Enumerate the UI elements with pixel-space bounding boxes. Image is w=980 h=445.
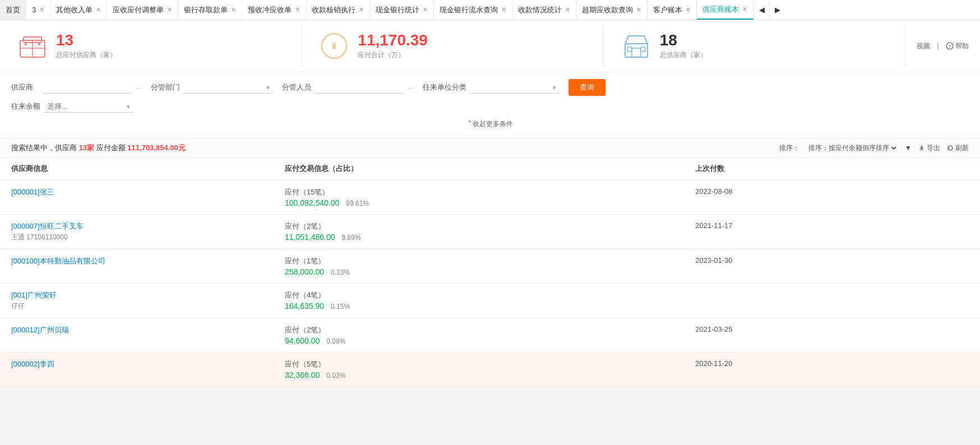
table-row[interactable]: [000001]张三 应付（15笔） 100,092,540.00 89.61%… xyxy=(0,180,980,215)
collapse-label: 收起更多条件 xyxy=(473,119,513,129)
supplier-info: [000002]李四 xyxy=(11,359,285,369)
nav-item-supplier[interactable]: 供应商账本 ✕ xyxy=(697,0,754,20)
table-row[interactable]: [000012]广州贝瑞 应付（2笔） 94,600.00 0.08% 2021… xyxy=(0,318,980,353)
stat-card-payable-suppliers: 13 总应付供应商（家） xyxy=(0,26,302,66)
table-header: 供应商信息 应付交易信息（占比） 上次付数 xyxy=(0,158,980,180)
tx-label: 应付（2笔） xyxy=(285,325,695,335)
close-icon[interactable]: ✕ xyxy=(636,6,641,13)
filter-area: 供应商 ··· 分管部门 ▼ 分管人员 ··· 往来单位分类 ▼ 查询 往来 xyxy=(0,72,980,138)
tx-pct: 0.03% xyxy=(326,372,345,379)
query-button[interactable]: 查询 xyxy=(568,79,605,96)
supplier-dots-icon[interactable]: ··· xyxy=(136,84,142,92)
sort-select[interactable]: 排序：按应付余额倒序排序 xyxy=(806,143,898,152)
supplier-info: [000007]恒旺二手叉车 王通 17106110000 xyxy=(11,221,285,242)
close-icon[interactable]: ✕ xyxy=(501,6,506,13)
close-icon[interactable]: ✕ xyxy=(423,6,428,13)
tx-pct: 0.08% xyxy=(326,337,345,345)
table-row[interactable]: [000002]李四 应付（5笔） 32,366.00 0.03% 2020-1… xyxy=(0,353,980,387)
nav-item-collect-stat[interactable]: 收款情况统计 ✕ xyxy=(512,0,576,20)
nav-label: 应收应付调整单 xyxy=(113,5,164,15)
supplier-link[interactable]: [000002]李四 xyxy=(11,360,54,368)
stat-card-amount: ¥ 11,170.39 应付合计（万） xyxy=(302,26,603,66)
filter-category: 往来单位分类 ▼ xyxy=(423,81,560,94)
nav-item-customer[interactable]: 客户账本 ✕ xyxy=(648,0,697,20)
actions-sep: ｜ xyxy=(935,41,941,51)
tx-info: 应付（2笔） 94,600.00 0.08% xyxy=(285,325,695,345)
nav-item-cash-flow[interactable]: 现金银行流水查询 ✕ xyxy=(434,0,512,20)
supplier-link[interactable]: [000007]恒旺二手叉车 xyxy=(11,222,84,230)
tx-amount[interactable]: 258,000.00 xyxy=(285,267,324,276)
tx-row: 258,000.00 0.23% xyxy=(285,266,695,276)
result-bar: 搜索结果中，供应商 13家 应付金额 111,703,854.00元 排序： 排… xyxy=(0,138,980,158)
dept-filter-label: 分管部门 xyxy=(151,82,180,92)
filter-row-2: 往来余额 ▼ xyxy=(11,100,969,113)
supplier-link[interactable]: [000001]张三 xyxy=(11,188,54,196)
close-icon[interactable]: ✕ xyxy=(359,6,364,13)
nav-bar: 首页 3 ✕ 其他收入单 ✕ 应收应付调整单 ✕ 银行存取款单 ✕ 预收冲应收单… xyxy=(0,0,980,20)
tx-label: 应付（5笔） xyxy=(285,359,695,369)
close-icon[interactable]: ✕ xyxy=(686,6,691,13)
nav-item-other-income[interactable]: 其他收入单 ✕ xyxy=(50,0,107,20)
stat-label-amount: 应付合计（万） xyxy=(358,50,428,60)
last-pay: 2021-03-25 xyxy=(695,325,969,333)
supplier-input[interactable] xyxy=(43,81,132,94)
nav-item-cash-stat[interactable]: 现金银行统计 ✕ xyxy=(370,0,434,20)
nav-label: 供应商账本 xyxy=(702,4,739,15)
help-link[interactable]: ? 帮助 xyxy=(946,41,969,51)
nav-item-bank[interactable]: 银行存取款单 ✕ xyxy=(178,0,242,20)
svg-rect-8 xyxy=(625,44,648,57)
close-icon[interactable]: ✕ xyxy=(96,6,101,13)
close-icon[interactable]: ✕ xyxy=(231,6,236,13)
person-dots-icon[interactable]: ··· xyxy=(408,84,414,92)
tx-amount[interactable]: 94,600.00 xyxy=(285,336,320,345)
supplier-sub: 仔仔 xyxy=(11,302,285,311)
nav-item-3[interactable]: 3 ✕ xyxy=(26,0,50,20)
supplier-link[interactable]: [000100]本特勤油品有限公司 xyxy=(11,257,105,265)
close-icon[interactable]: ✕ xyxy=(295,6,300,13)
nav-item-adjustment[interactable]: 应收应付调整单 ✕ xyxy=(107,0,178,20)
dept-select[interactable] xyxy=(183,81,273,94)
collapse-bar[interactable]: ⌃ 收起更多条件 xyxy=(11,117,969,131)
table-row[interactable]: [001]广州荣轩 仔仔 应付（4笔） 164,635.90 0.15% xyxy=(0,284,980,318)
supplier-sub: 王通 17106110000 xyxy=(11,233,285,242)
tx-amount[interactable]: 11,051,486.00 xyxy=(285,233,335,242)
tx-amount[interactable]: 32,366.00 xyxy=(285,370,320,379)
tx-amount[interactable]: 100,092,540.00 xyxy=(285,198,339,207)
nav-prev-arrow[interactable]: ◀ xyxy=(754,0,769,20)
tx-row: 11,051,486.00 9.89% xyxy=(285,231,695,242)
export-button[interactable]: 导出 xyxy=(918,143,940,153)
stat-info-total: 18 总供应商（家） xyxy=(660,32,707,61)
close-icon[interactable]: ✕ xyxy=(742,6,747,13)
last-pay: 2020-11-20 xyxy=(695,359,969,368)
dept-select-wrapper: ▼ xyxy=(183,81,273,94)
last-pay: 2022-08-08 xyxy=(695,187,969,196)
balance-select-wrapper: ▼ xyxy=(44,100,133,113)
nav-next-arrow[interactable]: ▶ xyxy=(769,0,785,20)
table-row[interactable]: [000007]恒旺二手叉车 王通 17106110000 应付（2笔） 11,… xyxy=(0,215,980,249)
nav-item-verify[interactable]: 收款核销执行 ✕ xyxy=(306,0,370,20)
refresh-button[interactable]: 刷新 xyxy=(947,143,969,153)
tx-pct: 0.15% xyxy=(331,303,350,310)
table-row[interactable]: [000100]本特勤油品有限公司 应付（1笔） 258,000.00 0.23… xyxy=(0,249,980,284)
nav-label: 其他收入单 xyxy=(56,5,93,15)
video-link[interactable]: 视频 xyxy=(917,41,930,51)
close-icon[interactable]: ✕ xyxy=(167,6,172,13)
nav-item-prepay[interactable]: 预收冲应收单 ✕ xyxy=(242,0,306,20)
tx-info: 应付（5笔） 32,366.00 0.03% xyxy=(285,359,695,379)
result-summary: 搜索结果中，供应商 13家 应付金额 111,703,854.00元 xyxy=(11,143,186,153)
close-icon[interactable]: ✕ xyxy=(39,6,44,13)
supplier-link[interactable]: [001]广州荣轩 xyxy=(11,291,57,299)
tx-pct: 89.61% xyxy=(346,200,369,207)
collapse-icon: ⌃ xyxy=(467,119,473,129)
svg-text:¥: ¥ xyxy=(332,41,337,51)
nav-item-overdue[interactable]: 超期应收款查询 ✕ xyxy=(576,0,648,20)
close-icon[interactable]: ✕ xyxy=(565,6,570,13)
person-input[interactable] xyxy=(315,81,404,94)
tx-amount[interactable]: 164,635.90 xyxy=(285,302,324,310)
stat-info-payable: 13 总应付供应商（家） xyxy=(56,32,117,61)
supplier-link[interactable]: [000012]广州贝瑞 xyxy=(11,326,69,334)
col-header-supplier: 供应商信息 xyxy=(11,164,285,174)
category-select[interactable] xyxy=(470,81,560,94)
nav-item-home[interactable]: 首页 xyxy=(0,0,26,20)
balance-select[interactable] xyxy=(44,100,133,113)
